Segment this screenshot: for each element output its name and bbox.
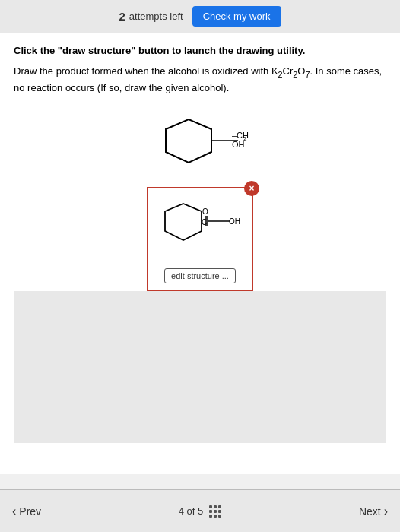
attempts-badge: 2 attempts left xyxy=(119,10,183,23)
grid-dot xyxy=(218,515,221,518)
product-svg: C O OH xyxy=(154,195,250,263)
svg-marker-0 xyxy=(166,119,211,163)
svg-text:O: O xyxy=(202,207,208,216)
grid-dot xyxy=(209,505,212,508)
svg-marker-4 xyxy=(165,204,202,240)
reactant-svg: –CH 2 OH xyxy=(151,108,249,176)
edit-structure-button[interactable]: edit structure ... xyxy=(164,268,236,283)
instruction-text: Click the "draw structure" button to lau… xyxy=(14,44,386,58)
attempts-label: attempts left xyxy=(129,11,183,22)
prev-label: Prev xyxy=(19,505,41,518)
next-label: Next xyxy=(359,505,381,518)
next-arrow-icon: › xyxy=(384,505,388,518)
check-my-work-button[interactable]: Check my work xyxy=(192,6,281,27)
attempts-number: 2 xyxy=(119,10,125,23)
structure-box: × C O OH edit structure ... xyxy=(147,187,253,291)
structure-editor-container: × C O OH edit structure ... xyxy=(14,187,386,291)
svg-text:OH: OH xyxy=(232,140,245,149)
grid-dot xyxy=(218,505,221,508)
close-button[interactable]: × xyxy=(244,181,259,196)
grid-dot xyxy=(209,515,212,518)
page-number: 4 of 5 xyxy=(179,505,204,517)
grid-dot xyxy=(218,510,221,513)
svg-text:OH: OH xyxy=(229,217,240,226)
grid-dot xyxy=(214,515,217,518)
grid-icon[interactable] xyxy=(209,505,221,518)
reactant-molecule-area: –CH 2 OH xyxy=(14,108,386,176)
grid-dot xyxy=(209,510,212,513)
next-button[interactable]: Next › xyxy=(359,505,388,518)
grid-dot xyxy=(214,505,217,508)
gray-area xyxy=(14,291,386,443)
question-text: Draw the product formed when the alcohol… xyxy=(14,64,386,95)
grid-dot xyxy=(214,510,217,513)
bottom-navigation-bar: ‹ Prev 4 of 5 Next › xyxy=(0,489,400,532)
page-info: 4 of 5 xyxy=(179,505,222,518)
prev-button[interactable]: ‹ Prev xyxy=(12,505,41,518)
top-bar: 2 attempts left Check my work xyxy=(0,0,400,33)
main-content: Click the "draw structure" button to lau… xyxy=(0,33,400,474)
prev-arrow-icon: ‹ xyxy=(12,505,16,518)
